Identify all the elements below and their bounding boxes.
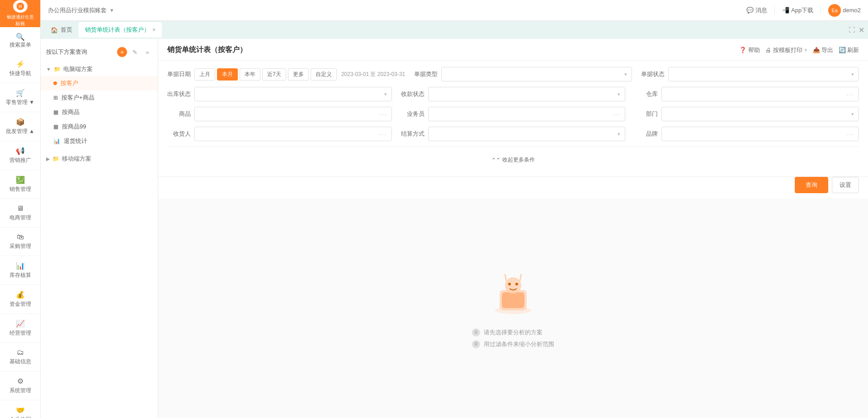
mobile-scheme-section: ▶ 📁 移动端方案 bbox=[41, 150, 158, 167]
help-label: 帮助 bbox=[748, 46, 760, 54]
desktop-scheme-section: ▼ 📁 电脑端方案 按客户 ⊞ 按客户+商品 ▦ 按商品 bbox=[41, 61, 158, 150]
payment-status-input[interactable]: ▾ bbox=[428, 87, 626, 101]
department-input[interactable]: ▾ bbox=[661, 107, 859, 121]
sidebar-item-operations[interactable]: 📈 经营管理 bbox=[0, 314, 41, 343]
sidebar: 财 畅捷通好生意 标账 🔍 搜索菜单 ⚡ 快捷导航 🛒 零售管理 ▼ 📦 批发管… bbox=[0, 0, 41, 418]
filter-area: 单据日期 上月 本月 本年 近7天 更多 自定义 2023-03-01 至 20… bbox=[158, 61, 868, 177]
tab-maximize-btn[interactable]: ⛶ bbox=[849, 26, 855, 33]
tab-close-btn[interactable]: × bbox=[152, 27, 156, 33]
sidebar-item-basic[interactable]: 🗂 基础信息 bbox=[0, 343, 41, 371]
date-btn-more[interactable]: 更多 bbox=[288, 68, 309, 81]
refresh-label: 刷新 bbox=[847, 46, 859, 54]
warehouse-label: 仓库 bbox=[634, 90, 661, 98]
settings-btn[interactable]: 设置 bbox=[832, 177, 859, 193]
warehouse-input[interactable]: ··· bbox=[661, 87, 859, 101]
bar-icon: 📊 bbox=[53, 138, 60, 144]
user-name: demo2 bbox=[843, 7, 861, 14]
out-status-input[interactable]: ▾ bbox=[194, 87, 392, 101]
scheme-item-by-product-99[interactable]: ▦ 按商品99 bbox=[41, 119, 158, 134]
close-window-btn[interactable]: ✕ bbox=[859, 26, 864, 34]
scheme-header-actions: + ✎ « bbox=[117, 47, 152, 57]
svg-point-6 bbox=[508, 283, 511, 285]
app-download-label: App下载 bbox=[791, 6, 813, 14]
sidebar-item-inventory[interactable]: 📊 库存核算 bbox=[0, 256, 41, 285]
empty-illustration bbox=[486, 265, 540, 319]
breadcrumb-dropdown[interactable]: ▾ bbox=[110, 7, 113, 14]
operations-icon: 📈 bbox=[2, 319, 38, 328]
product-input[interactable]: ··· bbox=[194, 107, 392, 121]
user-menu[interactable]: Ea demo2 bbox=[828, 4, 861, 17]
refresh-icon: 🔄 bbox=[839, 47, 846, 53]
sidebar-item-finance[interactable]: 💰 资金管理 bbox=[0, 285, 41, 314]
sidebar-item-ecommerce[interactable]: 🖥 电商管理 bbox=[0, 199, 41, 228]
date-btn-this-month[interactable]: 本月 bbox=[217, 68, 238, 81]
desktop-section-header[interactable]: ▼ 📁 电脑端方案 bbox=[41, 62, 158, 76]
product-label: 商品 bbox=[167, 110, 194, 118]
date-btn-7days[interactable]: 近7天 bbox=[262, 68, 286, 81]
scheme-edit-btn[interactable]: ✎ bbox=[130, 47, 140, 57]
mobile-section-label: 移动端方案 bbox=[62, 155, 91, 163]
sidebar-item-wholesale[interactable]: 📦 批发管理 ▲ bbox=[0, 112, 41, 141]
doc-type-label: 单据类型 bbox=[414, 70, 441, 78]
message-btn[interactable]: 💬 消息 bbox=[746, 6, 767, 14]
header-left: 办公用品行业模拟账套 ▾ bbox=[48, 6, 113, 14]
doc-status-input[interactable]: ▾ bbox=[668, 67, 859, 81]
query-btn[interactable]: 查询 bbox=[795, 177, 828, 193]
sidebar-search[interactable]: 🔍 搜索菜单 bbox=[0, 27, 41, 54]
tab-sales-stats[interactable]: 销货单统计表（按客户） × bbox=[79, 22, 162, 38]
print-btn[interactable]: 🖨 按模板打印 ▾ bbox=[765, 46, 807, 54]
sidebar-item-purchase[interactable]: 🛍 采购管理 bbox=[0, 228, 41, 256]
receiver-input[interactable]: ··· bbox=[194, 127, 392, 141]
collapse-label: 收起更多条件 bbox=[502, 156, 535, 164]
doc-status-label: 单据状态 bbox=[641, 70, 668, 78]
sidebar-item-quicknav[interactable]: ⚡ 快捷导航 bbox=[0, 54, 41, 83]
department-dropdown-icon: ▾ bbox=[851, 111, 854, 117]
table-icon2: ▦ bbox=[53, 124, 58, 130]
scheme-item-by-customer-product[interactable]: ⊞ 按客户+商品 bbox=[41, 90, 158, 105]
sidebar-item-enterprise[interactable]: 🤝 企业协同 bbox=[0, 400, 41, 418]
tab-home[interactable]: 🏠 首页 bbox=[44, 22, 79, 38]
mobile-section-header[interactable]: ▶ 📁 移动端方案 bbox=[41, 152, 158, 166]
scheme-item-return-stats[interactable]: 📊 退货统计 bbox=[41, 134, 158, 148]
sidebar-item-system[interactable]: ⚙ 系统管理 bbox=[0, 371, 41, 400]
avatar-initials: Ea bbox=[832, 8, 838, 13]
filter-brand: 品牌 ··· bbox=[634, 127, 859, 141]
date-btn-custom[interactable]: 自定义 bbox=[311, 68, 337, 81]
section-arrow-right: ▶ bbox=[46, 156, 50, 162]
main-area: 办公用品行业模拟账套 ▾ 💬 消息 📲 App下载 Ea demo2 bbox=[41, 0, 868, 418]
date-btn-last-month[interactable]: 上月 bbox=[194, 68, 215, 81]
collapse-more-btn[interactable]: ⌃⌃ 收起更多条件 bbox=[167, 153, 859, 166]
app-download-btn[interactable]: 📲 App下载 bbox=[782, 6, 813, 14]
tabs-bar: 🏠 首页 销货单统计表（按客户） × ⛶ ✕ bbox=[41, 21, 868, 39]
sidebar-item-sales[interactable]: 💹 销售管理 bbox=[0, 170, 41, 199]
refresh-btn[interactable]: 🔄 刷新 bbox=[839, 46, 859, 54]
product-dots: ··· bbox=[379, 111, 387, 118]
page-title-actions: ❓ 帮助 🖨 按模板打印 ▾ 📤 导出 🔄 刷新 bbox=[739, 46, 859, 54]
help-btn[interactable]: ❓ 帮助 bbox=[739, 46, 760, 54]
settlement-input[interactable]: ▾ bbox=[428, 127, 626, 141]
sidebar-item-retail[interactable]: 🛒 零售管理 ▼ bbox=[0, 83, 41, 112]
scheme-item-label: 退货统计 bbox=[64, 137, 87, 145]
brand-input[interactable]: ··· bbox=[661, 127, 859, 141]
ecommerce-icon: 🖥 bbox=[2, 204, 38, 213]
scheme-item-by-product[interactable]: ▦ 按商品 bbox=[41, 105, 158, 119]
maximize-icon: ⛶ bbox=[849, 26, 855, 33]
export-btn[interactable]: 📤 导出 bbox=[813, 46, 833, 54]
print-dropdown-icon[interactable]: ▾ bbox=[804, 47, 807, 53]
empty-hint-2: 用过滤条件来缩小分析范围 bbox=[484, 340, 554, 348]
table-icon1: ▦ bbox=[53, 109, 58, 115]
sidebar-item-marketing[interactable]: 📢 营销推广 bbox=[0, 141, 41, 170]
page-title: 销货单统计表（按客户） bbox=[167, 45, 247, 55]
system-icon: ⚙ bbox=[2, 377, 38, 385]
scheme-item-by-customer[interactable]: 按客户 bbox=[41, 76, 158, 90]
empty-steps: ① 请先选择要分析的方案 ② 用过滤条件来缩小分析范围 bbox=[472, 328, 554, 352]
logo[interactable]: 财 畅捷通好生意 标账 bbox=[0, 0, 41, 27]
scheme-add-btn[interactable]: + bbox=[117, 47, 127, 57]
doc-type-input[interactable]: ▾ bbox=[441, 67, 632, 81]
salesperson-input[interactable]: ··· bbox=[428, 107, 626, 121]
empty-hint-1: 请先选择要分析的方案 bbox=[484, 328, 542, 337]
empty-step-2: ② 用过滤条件来缩小分析范围 bbox=[472, 340, 554, 348]
scheme-collapse-btn[interactable]: « bbox=[142, 47, 152, 57]
payment-status-label: 收款状态 bbox=[401, 90, 428, 98]
date-btn-this-year[interactable]: 本年 bbox=[240, 68, 260, 81]
